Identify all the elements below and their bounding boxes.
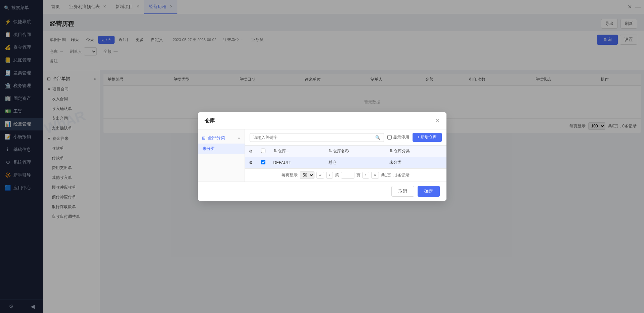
dialog-search-input[interactable] [253, 135, 374, 140]
dialog-table-row[interactable]: ⚙ DEFAULT 总仓 未分类 [245, 157, 446, 168]
dialog-header: 仓库 ✕ [198, 112, 446, 129]
page-suffix: 页 [356, 172, 360, 178]
last-page-button[interactable]: » [371, 172, 379, 179]
dialog-pagination: 每页显示 50 « ‹ 第 1 页 › » 共1页，1条记录 [245, 168, 446, 182]
row-checkbox[interactable] [261, 160, 265, 164]
dialog-body: ⊞ 全部分类 « 未分类 🔍 显示停 [198, 129, 446, 182]
dialog-all-category[interactable]: ⊞ 全部分类 « [198, 132, 245, 144]
select-all-checkbox[interactable] [261, 149, 265, 153]
dialog-collapse-icon[interactable]: « [238, 135, 240, 141]
cancel-button[interactable]: 取消 [391, 186, 414, 197]
dialog-row-code: DEFAULT [269, 157, 325, 168]
dialog-total-text: 共1页，1条记录 [381, 172, 410, 178]
dialog-search-box: 🔍 [250, 133, 384, 142]
add-warehouse-button[interactable]: + 新增仓库 [413, 133, 441, 142]
dialog-row-settings-cell: ⚙ [245, 157, 257, 168]
dialog-table-header-row: ⚙ ⇅ 仓库... ⇅ 仓库名称 ⇅ 仓库分类 [245, 146, 446, 157]
dialog-page-size-select[interactable]: 50 [300, 171, 314, 179]
show-disabled-checkbox[interactable] [387, 135, 392, 140]
dialog-title: 仓库 [205, 118, 215, 124]
dialog-col-settings: ⚙ [245, 146, 257, 157]
dialog-row-name: 总仓 [325, 157, 385, 168]
dialog-search-icon: 🔍 [375, 135, 380, 140]
dialog-uncategorized-item[interactable]: 未分类 [198, 144, 245, 154]
dialog-left-panel: ⊞ 全部分类 « 未分类 [198, 129, 245, 182]
page-label: 第 [335, 172, 339, 178]
category-icon: ⊞ [202, 135, 206, 141]
dialog-toolbar: 🔍 显示停用 + 新增仓库 [245, 129, 446, 146]
page-number-input[interactable]: 1 [341, 172, 354, 179]
warehouse-dialog: 仓库 ✕ ⊞ 全部分类 « 未分类 [198, 112, 446, 201]
dialog-right-panel: 🔍 显示停用 + 新增仓库 ⚙ [245, 129, 446, 182]
row-settings-icon[interactable]: ⚙ [249, 160, 253, 165]
dialog-footer: 取消 确定 [198, 182, 446, 201]
dialog-all-label: 全部分类 [208, 135, 225, 141]
dialog-uncategorized-label: 未分类 [203, 146, 215, 151]
dialog-col-code: ⇅ 仓库... [269, 146, 325, 157]
dialog-close-button[interactable]: ✕ [435, 117, 440, 124]
dialog-row-checkbox-cell [257, 157, 269, 168]
first-page-button[interactable]: « [316, 172, 324, 179]
dialog-warehouse-table: ⚙ ⇅ 仓库... ⇅ 仓库名称 ⇅ 仓库分类 ⚙ DEFAULT 总仓 未分类 [245, 146, 446, 168]
modal-overlay[interactable]: 仓库 ✕ ⊞ 全部分类 « 未分类 [0, 0, 644, 313]
dialog-table-wrap: ⚙ ⇅ 仓库... ⇅ 仓库名称 ⇅ 仓库分类 ⚙ DEFAULT 总仓 未分类 [245, 146, 446, 168]
dialog-table-body: ⚙ DEFAULT 总仓 未分类 [245, 157, 446, 168]
next-page-button[interactable]: › [362, 172, 369, 179]
dialog-row-category: 未分类 [385, 157, 446, 168]
show-disabled-label[interactable]: 显示停用 [387, 134, 409, 140]
prev-page-button[interactable]: ‹ [326, 172, 333, 179]
dialog-col-name: ⇅ 仓库名称 [325, 146, 385, 157]
dialog-col-category: ⇅ 仓库分类 [385, 146, 446, 157]
dialog-col-checkbox [257, 146, 269, 157]
show-disabled-text: 显示停用 [393, 134, 409, 140]
dialog-page-size-label: 每页显示 [282, 172, 298, 178]
confirm-button[interactable]: 确定 [418, 186, 440, 197]
settings-icon-col: ⚙ [249, 149, 253, 154]
